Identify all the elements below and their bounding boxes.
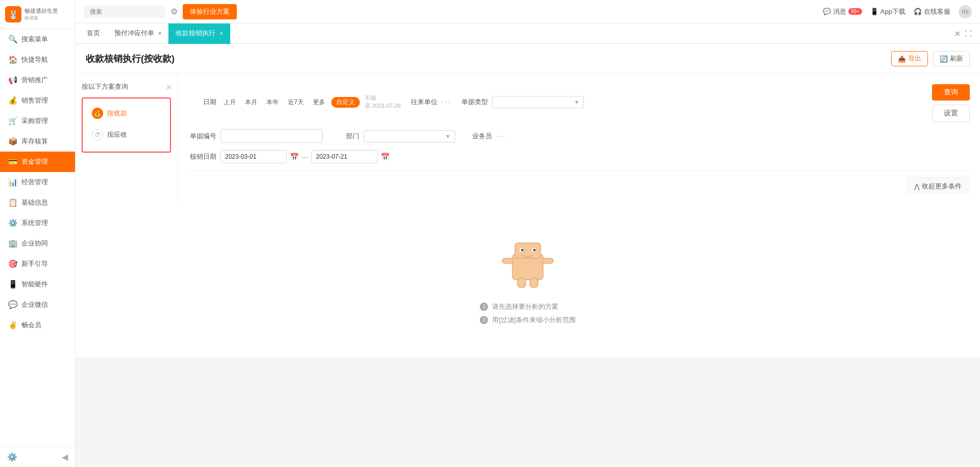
sidebar-item-inventory[interactable]: 📦 库存核算 [0, 131, 75, 152]
verify-date-field: 核销日期 📅 — 📅 [188, 150, 389, 163]
tab-prepay-close-icon[interactable]: × [158, 30, 161, 36]
maximize-window-icon[interactable]: ⛶ [965, 30, 972, 38]
date-shortcut-this-month[interactable]: 本月 [242, 97, 260, 108]
sidebar-item-system[interactable]: ⚙️ 系统管理 [0, 213, 75, 233]
app-download-button[interactable]: 📱 App下载 [870, 7, 905, 16]
online-service-button[interactable]: 🎧 在线客服 [914, 7, 950, 16]
sidebar-item-basic[interactable]: 📋 基础信息 [0, 192, 75, 213]
sidebar-item-enterprise[interactable]: 🏢 企业协同 [0, 233, 75, 254]
page-inner: 收款核销执行(按收款) 📤 导出 🔄 刷新 按以 [76, 44, 980, 357]
sidebar-item-wechat[interactable]: 💬 企业微信 [0, 294, 75, 315]
collapse-more-icon: ⋀ [914, 183, 920, 190]
sidebar-item-marketing[interactable]: 📢 营销推广 [0, 70, 75, 90]
hint-text-1: 请先选择要分析的方案 [492, 300, 558, 313]
tab-home[interactable]: 首页 [80, 23, 107, 44]
service-icon: 🎧 [914, 8, 922, 15]
system-nav-icon: ⚙️ [8, 218, 17, 228]
refresh-icon: 🔄 [940, 55, 948, 63]
dept-arrow-icon: ▼ [445, 133, 451, 139]
svg-point-5 [533, 249, 535, 252]
sidebar-item-label: 企业协同 [21, 239, 48, 248]
hint-text-2: 用[过滤]条件来缩小分析范围 [492, 313, 575, 327]
purchase-nav-icon: 🛒 [8, 116, 17, 126]
tab-prepay-label: 预付冲应付单 [114, 29, 154, 38]
verify-date-start-input[interactable] [220, 150, 287, 163]
filter-option-receipt-label: 按收款 [107, 109, 127, 118]
filter-left-title: 按以下方案查询 » [82, 82, 171, 91]
hint-num-2: 2 [480, 316, 488, 324]
sidebar-item-label: 企业微信 [21, 300, 48, 309]
sidebar-item-member[interactable]: ✌️ 畅会员 [0, 315, 75, 335]
verify-date-range: 📅 — 📅 [220, 150, 389, 163]
date-shortcut-more[interactable]: 更多 [310, 97, 328, 108]
date-shortcut-custom[interactable]: 自定义 [331, 97, 360, 108]
app-download-label: App下载 [880, 7, 905, 16]
sidebar-item-label: 畅会员 [21, 321, 41, 330]
message-button[interactable]: 💬 消息 99+ [823, 7, 862, 16]
sidebar-item-label: 新手引导 [21, 259, 48, 268]
dept-select[interactable]: ▼ [363, 130, 455, 142]
date-label: 日期 [188, 97, 216, 107]
header-search [84, 6, 165, 18]
business-nav-icon: 📊 [8, 178, 17, 187]
settings-bottom-icon[interactable]: ⚙️ [7, 452, 17, 462]
sidebar-item-purchase[interactable]: 🛒 采购管理 [0, 111, 75, 131]
tab-collection-close-icon[interactable]: × [219, 30, 223, 36]
date-shortcuts: 上月 本月 本年 近7天 更多 自定义 不限 至 2023-07-26 [220, 94, 401, 110]
filter-right-form: 日期 上月 本月 本年 近7天 更多 自定义 不限 至 2023-07- [178, 74, 980, 203]
staff-input[interactable]: ··· [496, 132, 506, 141]
sidebar-item-label: 资金管理 [21, 157, 48, 166]
refresh-label: 刷新 [950, 54, 963, 63]
user-profile-button[interactable]: Rit [959, 5, 972, 18]
sidebar-item-guide[interactable]: 🎯 新手引导 [0, 254, 75, 274]
filter-scheme-box: 💰 按收款 ⏱ 按应收 [82, 97, 171, 153]
close-window-icon[interactable]: ✕ [954, 30, 961, 38]
staff-field: 业务员 ··· [463, 132, 506, 141]
staff-label: 业务员 [463, 132, 492, 141]
verify-date-start-calendar-icon[interactable]: 📅 [290, 153, 299, 161]
date-shortcut-last-month[interactable]: 上月 [220, 97, 239, 108]
export-label: 导出 [908, 54, 921, 63]
header-search-input[interactable] [84, 6, 165, 18]
tab-home-label: 首页 [87, 29, 100, 38]
app-download-icon: 📱 [870, 8, 878, 15]
solution-button[interactable]: 体验行业方案 [183, 4, 237, 19]
filter-option-by-receivable[interactable]: ⏱ 按应收 [87, 125, 166, 144]
sidebar-item-search[interactable]: 🔍 搜索菜单 [0, 29, 75, 50]
sidebar-item-sales[interactable]: 💰 销售管理 [0, 90, 75, 111]
collapse-sidebar-icon[interactable]: ◀ [62, 452, 68, 462]
sidebar-item-label: 销售管理 [21, 96, 48, 105]
sidebar-item-shortcuts[interactable]: 🏠 快捷导航 [0, 50, 75, 70]
filter-panel-collapse-icon[interactable]: » [166, 82, 171, 91]
date-shortcut-7days[interactable]: 近7天 [285, 97, 307, 108]
query-button[interactable]: 查询 [932, 84, 970, 101]
filter-row-1: 日期 上月 本月 本年 近7天 更多 自定义 不限 至 2023-07- [188, 82, 970, 122]
tabs-bar: 首页 预付冲应付单 × 收款核销执行 × ✕ ⛶ [76, 23, 980, 44]
tab-collection[interactable]: 收款核销执行 × [168, 23, 230, 44]
date-shortcut-this-year[interactable]: 本年 [263, 97, 282, 108]
verify-date-end-calendar-icon[interactable]: 📅 [381, 153, 389, 161]
doc-type-select[interactable]: ▼ [492, 96, 584, 108]
sidebar-item-label: 营销推广 [21, 76, 48, 85]
tab-prepay[interactable]: 预付冲应付单 × [107, 23, 168, 44]
tab-collection-label: 收款核销执行 [176, 29, 215, 38]
sidebar-item-hardware[interactable]: 📱 智能硬件 [0, 274, 75, 294]
customer-label: 往来单位 [409, 97, 437, 107]
export-button[interactable]: 📤 导出 [891, 51, 928, 66]
sidebar-item-label: 系统管理 [21, 218, 48, 228]
verify-date-end-input[interactable] [311, 150, 378, 163]
settings-gear-icon[interactable]: ⚙ [170, 7, 178, 16]
doc-no-input[interactable] [220, 129, 323, 143]
hint-num-1: 1 [480, 303, 488, 311]
settings-button[interactable]: 设置 [932, 105, 970, 122]
refresh-button[interactable]: 🔄 刷新 [933, 51, 970, 66]
collapse-more-btn[interactable]: ⋀ 收起更多条件 [906, 177, 970, 195]
filter-option-by-receipt[interactable]: 💰 按收款 [87, 104, 166, 123]
sidebar-item-finance[interactable]: 💳 资金管理 [0, 152, 75, 172]
user-avatar: Rit [959, 5, 972, 18]
sidebar-item-business[interactable]: 📊 经营管理 [0, 172, 75, 192]
page-title: 收款核销执行(按收款) [86, 53, 175, 72]
page-content: 收款核销执行(按收款) 📤 导出 🔄 刷新 按以 [76, 44, 980, 467]
hardware-nav-icon: 📱 [8, 280, 17, 289]
customer-input[interactable]: ··· [442, 97, 451, 107]
